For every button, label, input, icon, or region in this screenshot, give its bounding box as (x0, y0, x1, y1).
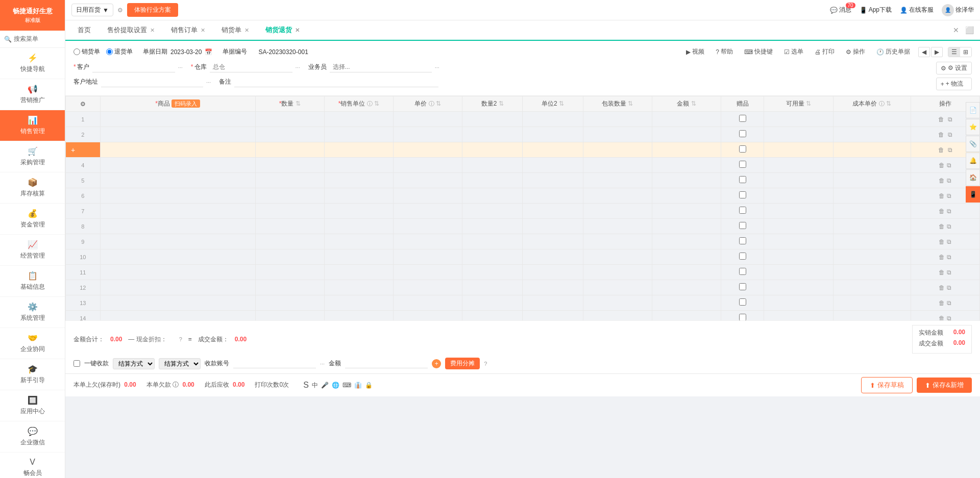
delete-icon[interactable]: 🗑 (939, 238, 945, 245)
sidebar-item-basic-info[interactable]: 📋 基础信息 (0, 266, 65, 297)
delete-icon[interactable]: 🗑 (939, 223, 945, 230)
online-support-item[interactable]: 👤 在线客服 (900, 6, 934, 14)
discount-info-icon[interactable]: ? (179, 336, 182, 342)
cost-cell[interactable] (833, 112, 911, 127)
copy-icon[interactable]: ⧉ (947, 254, 951, 261)
sort-avail-icon[interactable]: ⇅ (806, 100, 811, 107)
app-download-item[interactable]: 📱 App下载 (860, 6, 892, 14)
sort-price-icon[interactable]: ⇅ (436, 100, 441, 107)
company-select[interactable]: 日用百货 ▼ (71, 4, 113, 16)
sort-qty-icon[interactable]: ⇅ (296, 100, 301, 107)
nav-prev-btn[interactable]: ◀ (918, 47, 930, 57)
price-cell[interactable] (394, 127, 462, 142)
unit2-cell[interactable] (523, 142, 583, 158)
toolbar-select[interactable]: ☑ 选单 (781, 46, 806, 58)
sort-unit-icon[interactable]: ⇅ (374, 100, 379, 107)
warehouse-more-icon[interactable]: ··· (296, 64, 300, 70)
quick-btn-bell[interactable]: 🔔 (966, 153, 980, 169)
toolbar-operation[interactable]: ⚙ 操作 (843, 46, 868, 58)
warehouse-input[interactable] (210, 62, 292, 72)
delete-icon[interactable]: 🗑 (938, 131, 944, 138)
cost-cell[interactable] (833, 127, 911, 142)
sort-unit2-icon[interactable]: ⇅ (559, 100, 564, 107)
sidebar-item-system[interactable]: ⚙️ 系统管理 (0, 297, 65, 328)
experience-btn[interactable]: 体验行业方案 (127, 3, 178, 17)
salesperson-input[interactable] (330, 62, 432, 72)
view-list-btn[interactable]: ☰ (948, 47, 960, 57)
delete-icon[interactable]: 🗑 (939, 177, 945, 184)
payment-amount-input[interactable] (345, 359, 428, 368)
gift-checkbox[interactable] (739, 283, 746, 290)
unit2-cell[interactable] (523, 112, 583, 127)
view-grid-btn[interactable]: ⊞ (960, 47, 971, 57)
delete-icon[interactable]: 🗑 (939, 162, 945, 169)
customer-more-icon[interactable]: ··· (178, 64, 183, 70)
account-more-icon[interactable]: ··· (320, 361, 325, 367)
price-cell[interactable] (394, 112, 462, 127)
salesperson-more-icon[interactable]: ··· (435, 64, 439, 70)
gift-checkbox[interactable] (739, 298, 746, 306)
taskbar-icon-7[interactable]: 🔒 (365, 382, 373, 389)
delete-icon[interactable]: 🗑 (939, 269, 945, 276)
taskbar-icon-4[interactable]: 🌐 (332, 382, 339, 389)
amount-cell[interactable] (652, 112, 721, 127)
address-more-icon[interactable]: ··· (206, 79, 211, 85)
copy-icon[interactable]: ⧉ (947, 269, 951, 276)
save-draft-button[interactable]: ⬆ 保存草稿 (861, 377, 913, 393)
calc-method-select[interactable]: 结算方式 (159, 358, 201, 369)
tab-sales-order[interactable]: 销售订单 ✕ (163, 20, 213, 41)
settings-gear-icon[interactable]: ⚙ (117, 7, 123, 14)
gift-checkbox[interactable] (739, 268, 746, 275)
remark-input[interactable] (234, 77, 438, 87)
delete-icon[interactable]: 🗑 (939, 315, 945, 321)
toolbar-print[interactable]: 🖨 打印 (812, 46, 838, 58)
sort-pack-icon[interactable]: ⇅ (628, 100, 633, 107)
radio-delivery-input[interactable] (74, 48, 80, 55)
gift-checkbox[interactable] (739, 253, 746, 260)
settlement-method-select[interactable]: 结算方式 (113, 358, 155, 369)
expense-help-icon[interactable]: ? (484, 361, 487, 367)
taskbar-icon-5[interactable]: ⌨ (342, 382, 351, 389)
gift-checkbox[interactable] (739, 115, 746, 122)
tab-close-delivery[interactable]: ✕ (244, 27, 249, 34)
taskbar-icon-6[interactable]: 👔 (354, 382, 362, 389)
pack-cell[interactable] (583, 112, 652, 127)
address-input[interactable] (101, 77, 203, 87)
amount-cell[interactable] (652, 127, 721, 142)
form-setting-btn[interactable]: ⚙ ⚙ 设置 (936, 62, 972, 74)
tab-sales-return[interactable]: 销货退货 ✕ (257, 20, 308, 41)
tab-close-sales-order[interactable]: ✕ (201, 27, 205, 34)
amount-cell[interactable] (652, 142, 721, 158)
product-cell[interactable] (100, 127, 255, 142)
qty2-cell[interactable] (462, 142, 523, 158)
price-cell[interactable] (394, 142, 462, 158)
message-item[interactable]: 💬 消息 70 (830, 6, 851, 14)
radio-delivery[interactable]: 销货单 (74, 47, 100, 56)
radio-return[interactable]: 退货单 (106, 47, 133, 56)
unit2-cell[interactable] (523, 127, 583, 142)
sidebar-item-enterprise-wechat[interactable]: 💬 企业微信 (0, 421, 65, 452)
pack-cell[interactable] (583, 127, 652, 142)
unit-cell[interactable] (324, 112, 393, 127)
copy-icon[interactable]: ⧉ (947, 223, 951, 230)
maximize-btn[interactable]: ⬜ (963, 24, 976, 36)
sidebar-item-finance[interactable]: 💰 资金管理 (0, 204, 65, 235)
customer-input[interactable] (92, 62, 175, 72)
delete-icon[interactable]: 🗑 (939, 299, 945, 307)
taskbar-icon-2[interactable]: 中 (312, 381, 318, 390)
taskbar-icon-1[interactable]: S (303, 381, 309, 390)
one-key-payment-checkbox[interactable] (74, 360, 80, 367)
taskbar-icon-3[interactable]: 🎤 (321, 382, 329, 389)
product-cell[interactable] (100, 142, 255, 158)
copy-icon[interactable]: ⧉ (947, 299, 951, 307)
copy-icon[interactable]: ⧉ (947, 208, 951, 215)
gift-checkbox[interactable] (739, 161, 746, 168)
sidebar-item-app-center[interactable]: 🔲 应用中心 (0, 390, 65, 421)
sidebar-item-marketing[interactable]: 📢 营销推广 (0, 79, 65, 110)
copy-icon[interactable]: ⧉ (948, 146, 952, 154)
add-payment-btn[interactable]: + (432, 359, 441, 368)
product-input-active[interactable] (103, 146, 253, 154)
tab-sales-delivery[interactable]: 销货单 ✕ (213, 20, 257, 41)
gear-col-icon[interactable]: ⚙ (80, 100, 86, 108)
copy-icon[interactable]: ⧉ (947, 177, 951, 184)
